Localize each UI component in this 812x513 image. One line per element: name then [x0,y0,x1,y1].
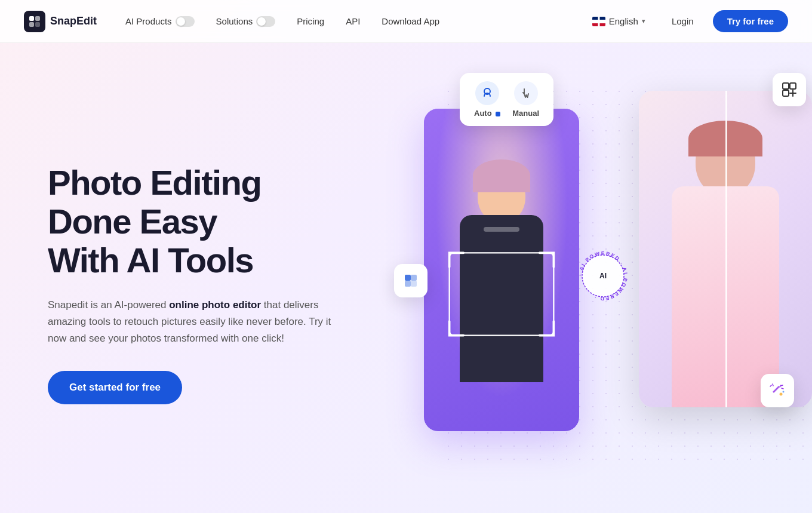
magic-wand-card[interactable] [761,374,794,407]
manual-mode-option[interactable]: Manual [512,81,539,118]
hero-title: Photo Editing Done Easy With AI Tools [48,164,358,280]
nav-item-download-app[interactable]: Download App [372,11,449,31]
layers-icon [402,272,419,289]
photo-card-main [424,109,579,431]
brand-name: SnapEdit [50,15,97,27]
nav-item-solutions[interactable]: Solutions [207,11,285,32]
svg-rect-3 [35,22,40,27]
hero-visual: Auto Manual [394,67,812,485]
svg-rect-1 [35,16,40,21]
magic-wand-icon [769,382,786,399]
svg-point-14 [783,391,785,393]
auto-label: Auto [474,109,500,118]
svg-rect-6 [405,275,411,281]
svg-rect-2 [29,22,34,27]
svg-rect-12 [783,90,789,96]
chevron-down-icon: ▾ [642,17,645,25]
svg-rect-4 [450,253,554,335]
split-icon-card[interactable] [773,73,806,106]
logo-icon [24,11,45,32]
nav-item-ai-products[interactable]: AI Products [116,11,204,32]
main-nav: SnapEdit AI Products Solutions Pricing A… [0,0,812,43]
ai-badge [496,112,500,116]
nav-links: AI Products Solutions Pricing API Downlo… [97,11,585,32]
hero-section: Photo Editing Done Easy With AI Tools Sn… [0,43,812,513]
hero-text-block: Photo Editing Done Easy With AI Tools Sn… [48,164,358,404]
svg-rect-8 [405,281,411,287]
manual-label: Manual [512,109,539,118]
hero-description: Snapedit is an AI-powered online photo e… [48,297,334,347]
ai-powered-badge: · AI POWERED · AI POWERED · AI [573,246,633,306]
nav-right: English ▾ Login Try for free [585,10,788,32]
try-for-free-button[interactable]: Try for free [713,10,788,32]
svg-text:AI: AI [599,272,607,280]
split-icon [781,81,798,98]
svg-rect-11 [790,83,796,89]
layers-card[interactable] [394,264,427,297]
nav-item-api[interactable]: API [336,11,370,31]
svg-point-13 [780,393,783,396]
person-hair [473,159,530,192]
split-divider [725,91,727,407]
nav-item-pricing[interactable]: Pricing [287,11,334,31]
photo-card-side [639,91,812,407]
language-selector[interactable]: English ▾ [585,11,653,31]
auto-manual-card: Auto Manual [460,73,553,126]
svg-rect-9 [411,281,417,287]
login-button[interactable]: Login [662,11,703,31]
solutions-toggle[interactable] [256,16,275,27]
svg-rect-7 [411,275,417,281]
flag-icon [592,17,605,26]
auto-mode-option[interactable]: Auto [474,81,500,118]
manual-mode-icon [514,81,538,105]
auto-mode-icon [475,81,499,105]
svg-rect-10 [783,83,789,89]
svg-rect-0 [29,16,34,21]
ai-products-toggle[interactable] [176,16,195,27]
get-started-button[interactable]: Get started for free [48,371,182,404]
brand-logo[interactable]: SnapEdit [24,11,97,32]
